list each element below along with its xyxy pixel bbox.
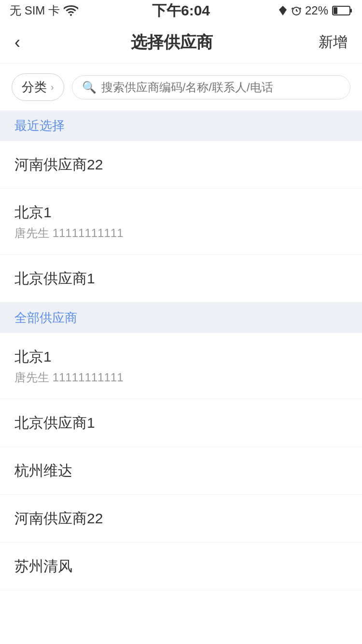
list-item[interactable]: 苏州清风 bbox=[0, 543, 362, 590]
search-box[interactable]: 🔍 bbox=[72, 75, 350, 99]
status-time: 下午6:04 bbox=[152, 1, 210, 21]
nav-bar: ‹ 选择供应商 新增 bbox=[0, 21, 362, 64]
list-item[interactable]: 杭州维达 bbox=[0, 447, 362, 495]
item-name: 北京1 bbox=[14, 202, 348, 223]
status-bar: 无 SIM 卡 下午6:04 22% bbox=[0, 0, 362, 21]
item-name: 北京供应商1 bbox=[14, 268, 348, 289]
battery-text: 22% bbox=[305, 4, 328, 17]
wifi-icon bbox=[64, 5, 78, 16]
item-name: 河南供应商22 bbox=[14, 508, 348, 529]
list-item[interactable]: 河南供应商22 bbox=[0, 495, 362, 543]
svg-rect-4 bbox=[334, 7, 337, 14]
item-name: 苏州清风 bbox=[14, 556, 348, 576]
search-icon: 🔍 bbox=[82, 81, 97, 94]
location-icon bbox=[278, 6, 288, 15]
all-section-header: 全部供应商 bbox=[0, 303, 362, 333]
filter-bar: 分类 › 🔍 bbox=[0, 64, 362, 111]
all-section-label: 全部供应商 bbox=[14, 310, 77, 325]
list-item[interactable]: 北京供应商1 bbox=[0, 255, 362, 303]
recent-list: 河南供应商22北京1唐先生 11111111111北京供应商1 bbox=[0, 141, 362, 303]
battery-icon bbox=[332, 5, 352, 16]
item-name: 河南供应商22 bbox=[14, 154, 348, 175]
list-item[interactable]: 北京1唐先生 11111111111 bbox=[0, 189, 362, 255]
back-button[interactable]: ‹ bbox=[10, 28, 25, 57]
item-name: 北京1 bbox=[14, 347, 348, 367]
item-name: 北京供应商1 bbox=[14, 413, 348, 433]
recent-section-header: 最近选择 bbox=[0, 111, 362, 141]
list-item[interactable]: 北京供应商1 bbox=[0, 399, 362, 447]
category-label: 分类 bbox=[22, 79, 47, 96]
item-sub: 唐先生 11111111111 bbox=[14, 370, 348, 385]
add-button[interactable]: 新增 bbox=[319, 32, 348, 52]
item-sub: 唐先生 11111111111 bbox=[14, 225, 348, 241]
recent-section-label: 最近选择 bbox=[14, 118, 65, 133]
alarm-icon bbox=[292, 6, 301, 15]
search-input[interactable] bbox=[101, 81, 340, 94]
page-title: 选择供应商 bbox=[131, 31, 213, 54]
item-name: 杭州维达 bbox=[14, 461, 348, 481]
status-left: 无 SIM 卡 bbox=[10, 3, 78, 18]
category-button[interactable]: 分类 › bbox=[12, 73, 64, 101]
list-item[interactable]: 河南供应商22 bbox=[0, 141, 362, 189]
list-item[interactable]: 北京1唐先生 11111111111 bbox=[0, 333, 362, 399]
chevron-right-icon: › bbox=[51, 82, 54, 93]
no-sim-text: 无 SIM 卡 bbox=[10, 3, 60, 18]
svg-rect-5 bbox=[350, 9, 352, 13]
status-right: 22% bbox=[278, 4, 352, 17]
all-list: 北京1唐先生 11111111111北京供应商1杭州维达河南供应商22苏州清风 bbox=[0, 333, 362, 590]
